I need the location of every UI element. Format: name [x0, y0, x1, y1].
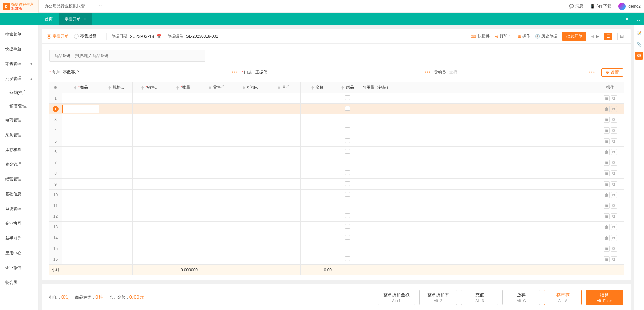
tab-retail-order[interactable]: 零售开单 ✕ — [59, 13, 92, 25]
copy-row-icon[interactable]: ⧉ — [611, 127, 617, 134]
sidebar-item[interactable]: 采购管理 — [0, 127, 38, 142]
delete-row-icon[interactable]: 🗑 — [604, 181, 610, 187]
delete-row-icon[interactable]: 🗑 — [604, 95, 610, 101]
batch-order-button[interactable]: 批发开单 — [562, 32, 586, 41]
sidebar-subitem[interactable]: 营销推广 — [0, 86, 38, 99]
table-row[interactable]: 15🗑⧉ — [49, 243, 624, 254]
col-header[interactable]: 可用量（包装） — [361, 82, 597, 93]
footer-button[interactable]: 存草稿Alt+A — [544, 290, 582, 305]
table-row[interactable]: 6🗑⧉ — [49, 147, 624, 157]
gift-checkbox[interactable] — [345, 246, 350, 250]
table-row[interactable]: 7🗑⧉ — [49, 157, 624, 168]
gift-checkbox[interactable] — [345, 235, 350, 240]
copy-row-icon[interactable]: ⧉ — [611, 106, 617, 112]
table-row[interactable]: 3🗑⧉ — [49, 114, 624, 125]
copy-row-icon[interactable]: ⧉ — [611, 181, 617, 187]
gift-checkbox[interactable] — [345, 192, 350, 197]
fullscreen-icon[interactable]: ⛶ — [633, 13, 644, 25]
delete-row-icon[interactable]: 🗑 — [604, 256, 610, 262]
operate-button[interactable]: ▦操作 — [517, 33, 530, 39]
gear-icon[interactable]: ⚙ — [54, 85, 57, 90]
more-icon[interactable]: ••• — [232, 70, 238, 75]
copy-row-icon[interactable]: ⧉ — [611, 160, 617, 166]
sidebar-item[interactable]: 应用中心 — [0, 246, 38, 260]
delete-row-icon[interactable]: 🗑 — [604, 160, 610, 166]
table-row[interactable]: 10🗑⧉ — [49, 190, 624, 200]
col-header[interactable]: ▲▼零售价 — [200, 82, 233, 93]
sidebar-item[interactable]: 搜索菜单 — [0, 27, 38, 42]
sidebar-item[interactable]: 系统管理 — [0, 201, 38, 216]
copy-row-icon[interactable]: ⧉ — [611, 192, 617, 198]
col-header[interactable]: ▲▼规格... — [99, 82, 133, 93]
delete-row-icon[interactable]: 🗑 — [604, 224, 610, 230]
table-row[interactable]: 5🗑⧉ — [49, 136, 624, 147]
delete-row-icon[interactable]: 🗑 — [604, 170, 610, 176]
delete-row-icon[interactable]: 🗑 — [604, 117, 610, 123]
table-row[interactable]: 4🗑⧉ — [49, 125, 624, 136]
copy-row-icon[interactable]: ⧉ — [611, 117, 617, 123]
footer-button[interactable]: 整单折扣率Alt+2 — [419, 290, 457, 305]
sidebar-item[interactable]: 企业微信 — [0, 260, 38, 275]
next-page-icon[interactable]: ▶ — [596, 34, 599, 39]
sidebar-item[interactable]: 电商管理 — [0, 113, 38, 127]
sidebar-item[interactable]: 零售管理▼ — [0, 56, 38, 71]
add-row-icon[interactable]: + — [53, 106, 59, 112]
col-header[interactable]: ▲▼金额 — [301, 82, 334, 93]
logo[interactable]: b 畅捷通好生意 标准版 — [0, 0, 39, 13]
gift-checkbox[interactable] — [345, 106, 350, 111]
copy-row-icon[interactable]: ⧉ — [611, 149, 617, 155]
table-row[interactable]: 12🗑⧉ — [49, 211, 624, 222]
sidebar-item[interactable]: 快捷导航 — [0, 42, 38, 56]
gift-checkbox[interactable] — [345, 181, 350, 186]
col-header[interactable]: ▲▼赠品 — [334, 82, 361, 93]
col-header[interactable]: ▲▼*销售... — [133, 82, 166, 93]
close-icon[interactable]: ✕ — [83, 17, 86, 21]
copy-row-icon[interactable]: ⧉ — [611, 235, 617, 241]
table-row[interactable]: +🗑⧉ — [49, 104, 624, 114]
radio-retail-open[interactable]: 零售开单 — [47, 33, 69, 39]
table-row[interactable]: 9🗑⧉ — [49, 179, 624, 190]
messages-button[interactable]: 💬 消息 — [566, 0, 587, 13]
delete-row-icon[interactable]: 🗑 — [604, 213, 610, 219]
copy-row-icon[interactable]: ⧉ — [611, 203, 617, 209]
note-icon[interactable]: 📝 — [635, 29, 643, 37]
copy-row-icon[interactable]: ⧉ — [611, 138, 617, 144]
delete-row-icon[interactable]: 🗑 — [604, 235, 610, 241]
footer-button[interactable]: 结算Alt+Enter — [586, 290, 623, 305]
gift-checkbox[interactable] — [345, 149, 350, 154]
more-icon[interactable]: ••• — [425, 70, 431, 75]
footer-button[interactable]: 放弃Alt+G — [502, 290, 540, 305]
copy-row-icon[interactable]: ⧉ — [611, 213, 617, 219]
table-row[interactable]: 1🗑⧉ — [49, 93, 624, 104]
sidebar-item[interactable]: 经营管理 — [0, 172, 38, 187]
sidebar-item[interactable]: 畅会员 — [0, 275, 38, 290]
sidebar-item[interactable]: 基础信息 — [0, 187, 38, 201]
gift-checkbox[interactable] — [345, 95, 350, 100]
col-header[interactable]: ▲▼折扣% — [233, 82, 267, 93]
org-selector[interactable]: 办公用品行业模拟账套 ﹀ — [39, 3, 108, 9]
sidebar-item[interactable]: 批发管理▲ — [0, 71, 38, 86]
customer-field[interactable]: 零散客户 ••• — [63, 68, 238, 77]
gift-checkbox[interactable] — [345, 203, 350, 207]
user-menu[interactable]: demo2 — [615, 0, 644, 13]
gift-checkbox[interactable] — [345, 213, 350, 218]
gift-checkbox[interactable] — [345, 160, 350, 164]
table-row[interactable]: 13🗑⧉ — [49, 222, 624, 232]
gift-checkbox[interactable] — [345, 256, 350, 261]
copy-row-icon[interactable]: ⧉ — [611, 246, 617, 252]
gift-checkbox[interactable] — [345, 170, 350, 175]
attachment-icon[interactable]: 📎 — [635, 40, 643, 48]
radio-retail-return[interactable]: 零售退货 — [74, 33, 96, 39]
calendar-icon[interactable]: 📅 — [156, 34, 161, 39]
gift-checkbox[interactable] — [345, 117, 350, 121]
sidebar-subitem[interactable]: 销售管理 — [0, 99, 38, 113]
table-row[interactable]: 8🗑⧉ — [49, 168, 624, 179]
footer-button[interactable]: 整单折扣金额Alt+1 — [378, 290, 415, 305]
delete-row-icon[interactable]: 🗑 — [604, 192, 610, 198]
view-card-icon[interactable]: ▤ — [617, 33, 626, 40]
gift-checkbox[interactable] — [345, 138, 350, 143]
sidebar-item[interactable]: 库存核算 — [0, 142, 38, 157]
sidebar-item[interactable]: 新手引导 — [0, 231, 38, 246]
date-value[interactable]: 2023-03-18 — [130, 34, 154, 39]
copy-row-icon[interactable]: ⧉ — [611, 170, 617, 176]
